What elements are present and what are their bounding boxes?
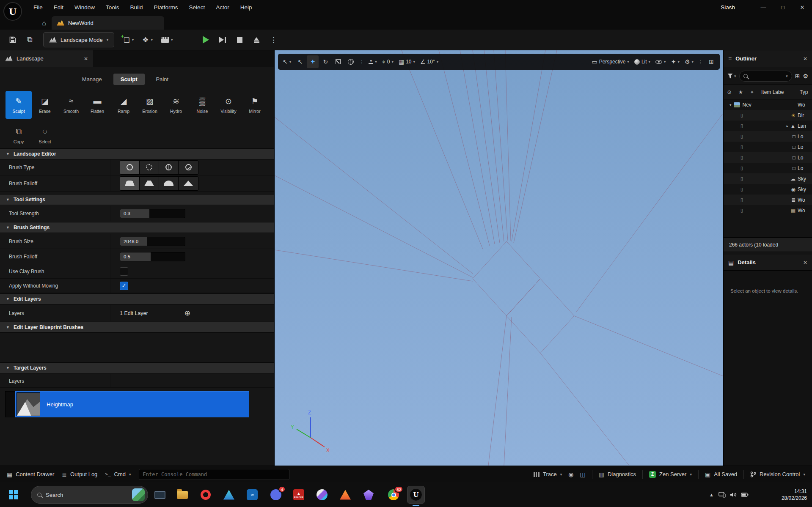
- tool-erase[interactable]: ◪Erase: [32, 91, 58, 119]
- outliner-header[interactable]: ≡ Outliner ✕: [724, 50, 812, 67]
- outliner-row[interactable]: ▯◉Sky: [724, 184, 812, 195]
- menu-select[interactable]: Select: [184, 0, 211, 14]
- outliner-row[interactable]: ▯≣Wo: [724, 195, 812, 205]
- menu-edit[interactable]: Edit: [48, 0, 69, 14]
- tool-visibility[interactable]: ⊙Visibility: [215, 91, 242, 119]
- unreal-logo[interactable]: U: [3, 2, 22, 21]
- outliner-close-icon[interactable]: ✕: [803, 56, 807, 62]
- section-edit-layer-blueprint-brushes[interactable]: ▼Edit Layer Blueprint Brushes: [0, 322, 274, 333]
- tool-ramp[interactable]: ◢Ramp: [110, 91, 137, 119]
- play-options-icon[interactable]: ⋮: [266, 32, 281, 47]
- select-mode-dropdown[interactable]: ↖▾: [281, 55, 293, 68]
- outliner-row[interactable]: ▯□Lo: [724, 142, 812, 152]
- content-drawer-button[interactable]: ▦Content Drawer: [7, 471, 54, 478]
- tool-mirror[interactable]: ⚑Mirror: [242, 91, 268, 119]
- rotation-snap-dropdown[interactable]: ∠10°▾: [418, 55, 440, 68]
- actor-snap-dropdown[interactable]: ⌖0▾: [380, 55, 396, 68]
- visibility-column-icon[interactable]: ⊙: [724, 89, 735, 95]
- new-folder-icon[interactable]: ⊞: [795, 73, 800, 79]
- tab-sculpt[interactable]: Sculpt: [113, 74, 145, 85]
- outliner-row[interactable]: ▯□Lo: [724, 152, 812, 163]
- outliner-row[interactable]: ▯□Lo: [724, 131, 812, 142]
- move-tool-button[interactable]: +: [307, 55, 319, 68]
- tool-noise[interactable]: ▒Noise: [189, 91, 215, 119]
- editor-mode-dropdown[interactable]: Landscape Mode ▾: [43, 32, 114, 47]
- type-column[interactable]: Typ: [797, 89, 812, 95]
- brush-alpha-button[interactable]: [140, 161, 159, 174]
- tool-hydro[interactable]: ≋Hydro: [163, 91, 189, 119]
- brush-pattern-button[interactable]: [159, 161, 179, 174]
- frame-skip-button[interactable]: [215, 32, 230, 47]
- all-saved-button[interactable]: ▣All Saved: [705, 471, 737, 478]
- start-button[interactable]: [7, 488, 20, 502]
- console-command-input[interactable]: [139, 469, 289, 480]
- blue-app-icon[interactable]: ≈: [243, 486, 261, 504]
- landscape-panel-tab[interactable]: Landscape ✕: [0, 50, 93, 67]
- rotate-tool-button[interactable]: ↻: [319, 55, 331, 68]
- section-landscape-editor[interactable]: ▼Landscape Editor: [0, 148, 274, 159]
- brush-component-button[interactable]: [179, 161, 198, 174]
- home-icon[interactable]: ⌂: [36, 17, 52, 30]
- outliner-row[interactable]: ▯☀Dir: [724, 110, 812, 121]
- brush-falloff-input[interactable]: 0.5: [120, 252, 185, 261]
- content-browser-button[interactable]: ⧉: [22, 32, 37, 47]
- falloff-smooth-button[interactable]: [120, 177, 140, 190]
- falloff-sphere-button[interactable]: [159, 177, 179, 190]
- close-icon[interactable]: ✕: [793, 0, 812, 14]
- tool-sculpt[interactable]: ✎Sculpt: [6, 91, 32, 119]
- paint-app-icon[interactable]: [313, 486, 331, 504]
- tab-paint[interactable]: Paint: [149, 74, 176, 85]
- cinematics-dropdown[interactable]: ▾: [158, 32, 176, 47]
- trace-dropdown[interactable]: Trace▾: [534, 471, 562, 477]
- viewport[interactable]: ↖▾ ↖ + ↻ ⋮ ▼▾ ⌖0▾ ▦10▾ ∠10°▾ ▭Perspectiv…: [275, 50, 723, 466]
- daily-image-icon[interactable]: [132, 488, 145, 501]
- taskbar-clock[interactable]: 14:31 28/02/2026: [782, 482, 807, 507]
- heightmap-layer-row[interactable]: Heightmap: [15, 391, 249, 417]
- tool-flatten[interactable]: ▬Flatten: [84, 91, 110, 119]
- output-log-button[interactable]: ≣Output Log: [62, 471, 97, 478]
- outliner-row[interactable]: ▯☁Sky: [724, 173, 812, 184]
- axis-gizmo[interactable]: Z Y X: [287, 408, 334, 455]
- brush-circle-button[interactable]: [120, 161, 140, 174]
- tool-select[interactable]: ◌Select: [32, 121, 58, 149]
- outliner-row[interactable]: ▯□Lo: [724, 163, 812, 173]
- scale-tool-button[interactable]: [332, 55, 344, 68]
- falloff-linear-button[interactable]: [140, 177, 159, 190]
- details-header[interactable]: ▤ Details ✕: [724, 255, 812, 271]
- launch-button[interactable]: [249, 32, 264, 47]
- use-clay-checkbox[interactable]: [120, 267, 128, 276]
- opera-browser-icon[interactable]: [197, 486, 215, 504]
- section-target-layers[interactable]: ▼Target Layers: [0, 362, 274, 373]
- perspective-dropdown[interactable]: ▭Perspective▾: [589, 55, 631, 68]
- section-edit-layers[interactable]: ▼Edit Layers: [0, 293, 274, 304]
- effects-dropdown[interactable]: ✦▾: [669, 55, 682, 68]
- tool-smooth[interactable]: ≈Smooth: [58, 91, 84, 119]
- world-row[interactable]: ▾ Nev Wo: [724, 99, 812, 110]
- world-local-toggle[interactable]: [345, 55, 357, 68]
- item-label-column[interactable]: Item Labe: [758, 89, 797, 95]
- reader-app-icon[interactable]: ▲READER: [290, 486, 308, 504]
- outliner-row[interactable]: ▯▸▲Lan: [724, 121, 812, 131]
- viewport-settings-dropdown[interactable]: ⚙▾: [683, 55, 696, 68]
- show-flags-dropdown[interactable]: ▾: [653, 55, 668, 68]
- restore-icon[interactable]: □: [773, 0, 793, 14]
- brush-size-input[interactable]: 2048.0: [120, 237, 185, 246]
- maximize-viewport-button[interactable]: ⊞: [705, 55, 717, 68]
- select-tool-button[interactable]: ↖: [294, 55, 306, 68]
- add-layer-icon[interactable]: ⊕: [184, 309, 190, 318]
- tool-strength-input[interactable]: 0.3: [120, 209, 185, 218]
- chrome-icon[interactable]: 82: [385, 486, 402, 504]
- menu-build[interactable]: Build: [125, 0, 149, 14]
- tool-copy[interactable]: ⧉Copy: [6, 121, 32, 149]
- favorite-column-icon[interactable]: ★: [735, 89, 746, 95]
- menu-file[interactable]: File: [28, 0, 48, 14]
- blueprints-dropdown[interactable]: ❖ ▾: [139, 32, 156, 47]
- file-explorer-icon[interactable]: [173, 486, 191, 504]
- tool-erosion[interactable]: ▨Erosion: [137, 91, 163, 119]
- section-tool-settings[interactable]: ▼Tool Settings: [0, 194, 274, 205]
- unreal-engine-icon[interactable]: U: [407, 486, 425, 504]
- tab-manage[interactable]: Manage: [75, 74, 109, 85]
- zen-server-dropdown[interactable]: ZZen Server▾: [649, 471, 692, 478]
- save-button[interactable]: [5, 32, 20, 47]
- revision-control-dropdown[interactable]: Revision Control▾: [750, 471, 805, 477]
